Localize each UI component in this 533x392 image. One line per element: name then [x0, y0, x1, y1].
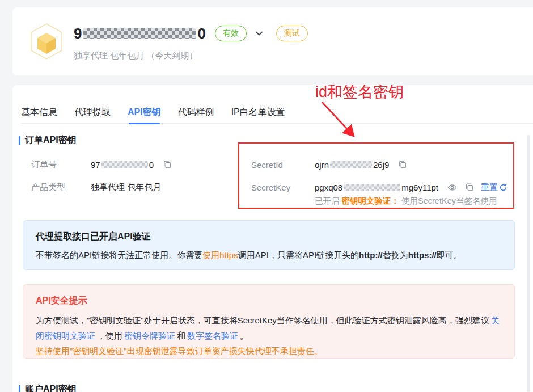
info-box-body: 不带签名的API链接将无法正常使用。你需要使用https调用API，只需将API… [36, 250, 502, 261]
secret-key-value: pgxq08 mg6y11pt [315, 183, 438, 192]
tab-api-key[interactable]: API密钥 [128, 102, 161, 123]
order-id-redacted: 9 0 [74, 25, 206, 43]
warning-disclaimer: 坚持使用"密钥明文验证"出现密钥泄露导致订单资产损失快代理不承担责任。 [36, 343, 506, 359]
tab-proxy-extract[interactable]: 代理提取 [74, 102, 111, 123]
api-key-card: 基本信息 代理提取 API密钥 代码样例 IP白名单设置 订单API密钥 订单号… [12, 85, 533, 392]
product-type-row: 产品类型 独享代理 包年包月 [31, 182, 161, 193]
token-verification-link[interactable]: 密钥令牌验证 [124, 331, 175, 340]
secret-id-label: SecretId [251, 160, 315, 170]
order-id-start: 9 [74, 25, 82, 43]
tab-basic-info[interactable]: 基本信息 [21, 102, 57, 123]
order-subtitle: 独享代理 包年包月 （今天到期） [74, 50, 197, 61]
secret-key-label: SecretKey [251, 183, 315, 192]
tab-code-sample[interactable]: 代码样例 [178, 102, 214, 123]
show-secret-key-eye-icon[interactable] [447, 183, 457, 192]
plain-text-verification-note: 已开启 密钥明文验证： 使用SecretKey当签名使用 [315, 196, 497, 206]
copy-order-no-icon[interactable] [163, 160, 172, 169]
product-cube-icon [26, 21, 67, 62]
use-https-link[interactable]: 使用https [202, 250, 238, 260]
page: 9 0 有效 测试 独享代理 包年包月 （今天到期） 基本信息 代理提取 API… [0, 0, 533, 392]
status-badge: 有效 [215, 26, 247, 41]
api-verification-info-box: 代理提取接口已开启API验证 不带签名的API链接将无法正常使用。你需要使用ht… [23, 220, 515, 270]
chevron-down-icon[interactable] [255, 29, 264, 38]
account-api-key-section-title: 账户API密钥 [19, 383, 77, 392]
secret-key-row: SecretKey pgxq08 mg6y11pt 重置 [251, 182, 507, 193]
scrollbar[interactable] [527, 135, 530, 392]
test-badge: 测试 [276, 26, 308, 41]
product-type-label: 产品类型 [31, 182, 91, 193]
warning-box-body: 为方便测试，"密钥明文验证"处于开启状态，可直接将SecretKey当作签名使用… [36, 313, 506, 359]
order-no-label: 订单号 [31, 159, 91, 170]
order-id-mosaic [83, 28, 196, 39]
order-header-card: 9 0 有效 测试 独享代理 包年包月 （今天到期） [12, 7, 533, 75]
warning-box-title: API安全提示 [36, 295, 502, 307]
annotation-text: id和签名密钥 [315, 82, 404, 102]
secret-id-value: ojrn 26j9 [315, 160, 389, 170]
info-box-title: 代理提取接口已开启API验证 [36, 231, 502, 243]
product-type-value: 独享代理 包年包月 [91, 182, 161, 193]
reset-secret-key-button[interactable]: 重置 [481, 182, 507, 193]
plain-verification-highlight: 密钥明文验证： [342, 196, 400, 205]
refresh-icon [499, 183, 507, 192]
order-no-value: 97 0 [91, 160, 154, 170]
secret-id-row: SecretId ojrn 26j9 [251, 159, 407, 170]
section-marker [19, 136, 20, 145]
digital-signature-link[interactable]: 数字签名验证 [187, 331, 238, 340]
order-no-mosaic [101, 161, 148, 168]
order-no-row: 订单号 97 0 [31, 159, 172, 170]
order-api-key-section-title: 订单API密钥 [19, 134, 77, 146]
api-security-warning-box: API安全提示 为方便测试，"密钥明文验证"处于开启状态，可直接将SecretK… [23, 284, 515, 359]
copy-secret-key-icon[interactable] [465, 183, 474, 192]
order-title-row: 9 0 有效 测试 [74, 24, 308, 43]
copy-secret-id-icon[interactable] [398, 160, 407, 169]
tab-bar: 基本信息 代理提取 API密钥 代码样例 IP白名单设置 [21, 102, 533, 124]
annotation-arrow [306, 100, 369, 144]
section-marker [19, 385, 20, 392]
tab-ip-whitelist[interactable]: IP白名单设置 [231, 102, 285, 123]
order-id-end: 0 [197, 25, 205, 43]
secret-id-mosaic [330, 161, 372, 168]
secret-key-mosaic [344, 184, 400, 191]
